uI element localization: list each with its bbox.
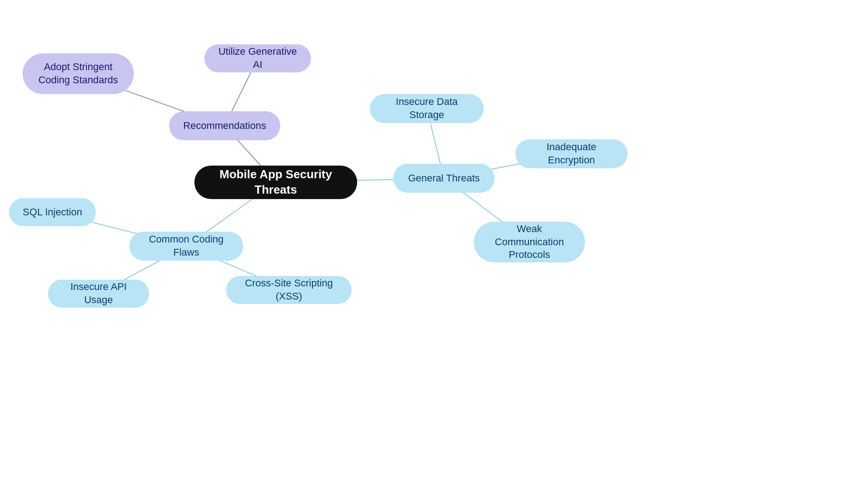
- recommendations-label: Recommendations: [183, 119, 266, 133]
- general-threats-node: General Threats: [393, 164, 495, 193]
- inadequate-encryption-node: Inadequate Encryption: [515, 139, 627, 168]
- adopt-label: Adopt Stringent Coding Standards: [35, 61, 121, 86]
- inadequate-encryption-label: Inadequate Encryption: [528, 141, 615, 167]
- sql-injection-node: SQL Injection: [9, 198, 96, 226]
- insecure-api-label: Insecure API Usage: [61, 281, 137, 306]
- insecure-data-label: Insecure Data Storage: [382, 95, 471, 121]
- center-label: Mobile App Security Threats: [214, 167, 337, 198]
- weak-comm-node: Weak Communication Protocols: [474, 222, 585, 262]
- common-flaws-label: Common Coding Flaws: [142, 233, 231, 259]
- center-node: Mobile App Security Threats: [194, 166, 357, 199]
- utilize-node: Utilize Generative AI: [204, 44, 311, 72]
- adopt-node: Adopt Stringent Coding Standards: [23, 53, 134, 94]
- insecure-api-node: Insecure API Usage: [48, 280, 149, 308]
- insecure-data-node: Insecure Data Storage: [370, 94, 484, 123]
- general-threats-label: General Threats: [408, 172, 480, 185]
- xss-label: Cross-Site Scripting (XSS): [239, 277, 339, 303]
- xss-node: Cross-Site Scripting (XSS): [226, 276, 352, 304]
- utilize-label: Utilize Generative AI: [217, 45, 298, 71]
- weak-comm-label: Weak Communication Protocols: [486, 223, 572, 262]
- sql-injection-label: SQL Injection: [23, 206, 82, 219]
- common-flaws-node: Common Coding Flaws: [129, 232, 243, 261]
- recommendations-node: Recommendations: [169, 111, 280, 140]
